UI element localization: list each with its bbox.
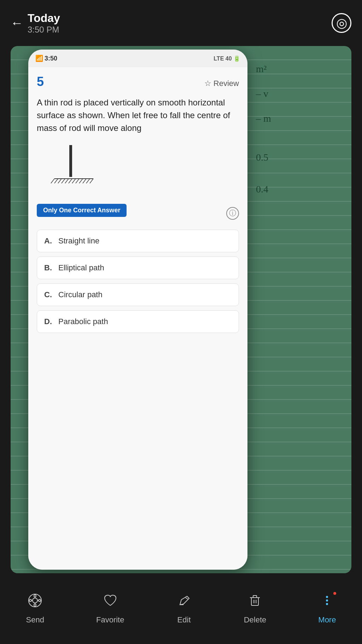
option-a-text: Straight line bbox=[58, 236, 99, 246]
nav-edit[interactable]: Edit bbox=[176, 593, 192, 625]
signal-icon: 📶 bbox=[35, 54, 43, 62]
svg-point-16 bbox=[29, 594, 41, 607]
lte-indicator: LTE 40 bbox=[214, 56, 232, 62]
camera-icon: ◎ bbox=[336, 16, 347, 30]
answer-type-badge[interactable]: Only One Correct Answer bbox=[37, 204, 127, 217]
more-label: More bbox=[318, 615, 336, 625]
svg-line-9 bbox=[69, 179, 72, 183]
status-time: 3:50 bbox=[45, 55, 57, 62]
svg-line-15 bbox=[90, 179, 93, 183]
svg-rect-30 bbox=[253, 596, 257, 598]
option-b-text: Elliptical path bbox=[58, 263, 104, 272]
camera-button[interactable]: ◎ bbox=[332, 13, 351, 33]
delete-label: Delete bbox=[244, 615, 267, 625]
option-d-text: Parabolic path bbox=[58, 317, 108, 326]
review-button[interactable]: ☆ Review bbox=[204, 79, 239, 88]
option-b[interactable]: B. Elliptical path bbox=[37, 257, 239, 279]
options-container: A. Straight line B. Elliptical path C. C… bbox=[37, 230, 239, 333]
svg-point-34 bbox=[326, 596, 328, 598]
phone-status-bar: 📶 3:50 LTE 40 🔋 bbox=[28, 50, 247, 67]
star-icon: ☆ bbox=[204, 79, 211, 88]
svg-point-36 bbox=[326, 603, 328, 605]
svg-point-18 bbox=[34, 595, 36, 597]
svg-line-7 bbox=[62, 179, 65, 183]
svg-point-21 bbox=[39, 599, 41, 602]
bottom-nav: Send Favorite Edit bbox=[0, 573, 362, 644]
svg-rect-2 bbox=[69, 145, 72, 177]
svg-point-19 bbox=[34, 604, 36, 606]
page-title: Today bbox=[28, 12, 60, 25]
svg-line-14 bbox=[86, 179, 90, 183]
svg-point-20 bbox=[29, 599, 31, 602]
option-b-letter: B. bbox=[44, 263, 53, 272]
nav-send[interactable]: Send bbox=[26, 593, 44, 625]
diagram-container bbox=[37, 142, 239, 191]
svg-line-5 bbox=[54, 179, 58, 183]
favorite-label: Favorite bbox=[96, 615, 124, 625]
handwriting-area: m² – v – m 0.5 0.4 bbox=[249, 50, 348, 570]
title-group: Today 3:50 PM bbox=[28, 12, 60, 35]
rod-diagram bbox=[44, 142, 107, 191]
more-notification-dot bbox=[333, 592, 336, 595]
svg-point-17 bbox=[33, 598, 37, 603]
heart-icon bbox=[103, 593, 118, 612]
edit-icon bbox=[176, 593, 192, 612]
option-a[interactable]: A. Straight line bbox=[37, 230, 239, 252]
svg-line-13 bbox=[83, 179, 86, 183]
status-bar-right: LTE 40 🔋 bbox=[214, 55, 240, 62]
option-d-letter: D. bbox=[44, 317, 53, 326]
option-a-letter: A. bbox=[44, 236, 53, 246]
app-top-bar: ← Today 3:50 PM ◎ bbox=[0, 0, 362, 46]
edit-label: Edit bbox=[177, 615, 191, 625]
phone-device: 📶 3:50 LTE 40 🔋 5 ☆ Review A thin rod is… bbox=[28, 50, 247, 570]
option-c-letter: C. bbox=[44, 290, 53, 299]
svg-line-11 bbox=[76, 179, 79, 183]
svg-point-35 bbox=[326, 599, 328, 602]
option-d[interactable]: D. Parabolic path bbox=[37, 310, 239, 333]
option-c[interactable]: C. Circular path bbox=[37, 283, 239, 306]
option-c-text: Circular path bbox=[58, 290, 103, 299]
question-number: 5 bbox=[37, 74, 44, 89]
phone-content[interactable]: 5 ☆ Review A thin rod is placed vertical… bbox=[28, 67, 247, 570]
back-arrow-icon: ← bbox=[11, 16, 23, 30]
question-text: A thin rod is placed vertically on smoot… bbox=[37, 96, 239, 134]
nav-more[interactable]: More bbox=[318, 593, 336, 625]
more-icon bbox=[319, 593, 335, 612]
svg-line-4 bbox=[51, 179, 54, 183]
send-icon bbox=[27, 593, 43, 612]
nav-delete[interactable]: Delete bbox=[244, 593, 267, 625]
page-subtitle: 3:50 PM bbox=[28, 25, 60, 35]
trash-icon bbox=[247, 593, 263, 612]
status-bar-left: 📶 3:50 bbox=[35, 54, 57, 62]
nav-favorite[interactable]: Favorite bbox=[96, 593, 124, 625]
info-icon[interactable]: ⓘ bbox=[226, 207, 239, 220]
svg-line-10 bbox=[72, 179, 76, 183]
svg-line-27 bbox=[186, 598, 188, 599]
send-label: Send bbox=[26, 615, 44, 625]
phone-frame-area: 📶 3:50 LTE 40 🔋 5 ☆ Review A thin rod is… bbox=[11, 46, 351, 573]
back-button[interactable]: ← Today 3:50 PM bbox=[11, 12, 60, 35]
review-label: Review bbox=[214, 79, 239, 88]
svg-line-8 bbox=[65, 179, 69, 183]
svg-line-6 bbox=[58, 179, 62, 183]
svg-line-12 bbox=[79, 179, 83, 183]
